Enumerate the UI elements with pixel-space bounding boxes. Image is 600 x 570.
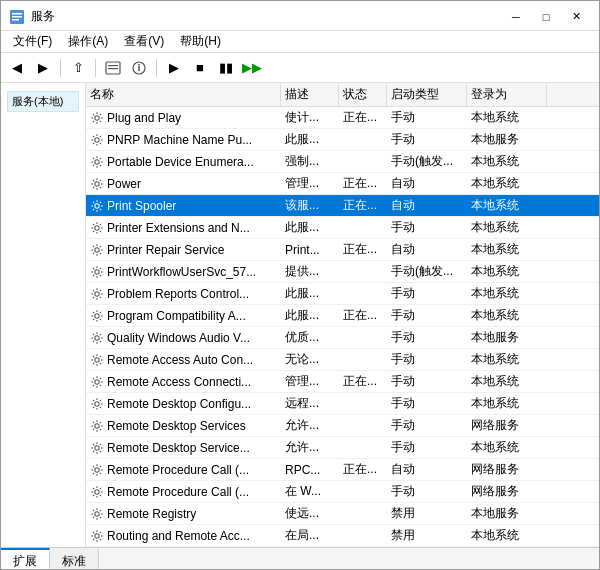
cell-name: Remote Registry [86,503,281,524]
table-row[interactable]: Quality Windows Audio V...优质...手动本地服务 [86,327,599,349]
menu-item-a[interactable]: 操作(A) [60,31,116,52]
menu-item-v[interactable]: 查看(V) [116,31,172,52]
table-row[interactable]: Program Compatibility A...此服...正在...手动本地… [86,305,599,327]
cell-desc: 提供... [281,261,339,282]
table-row[interactable]: Plug and Play使计...正在...手动本地系统 [86,107,599,129]
svg-rect-8 [138,66,140,71]
tab-extend[interactable]: 扩展 [1,548,50,569]
stop-button[interactable]: ■ [188,56,212,80]
toolbar: ◀ ▶ ⇧ ▶ ■ ▮▮ ▶▶ [1,53,599,83]
service-icon [90,353,104,367]
cell-status [339,481,387,502]
menu-item-f[interactable]: 文件(F) [5,31,60,52]
table-row[interactable]: Remote Access Connecti...管理...正在...手动本地系… [86,371,599,393]
sidebar-item-label: 服务(本地) [12,95,63,107]
cell-name: Printer Extensions and N... [86,217,281,238]
title-bar-left: 服务 [9,8,55,25]
table-row[interactable]: Portable Device Enumera...强制...手动(触发...本… [86,151,599,173]
svg-point-11 [95,137,99,141]
play-button[interactable]: ▶ [162,56,186,80]
cell-desc: 此服... [281,217,339,238]
svg-point-16 [95,247,99,251]
menu-bar: 文件(F)操作(A)查看(V)帮助(H) [1,31,599,53]
table-row[interactable]: Printer Extensions and N...此服...手动本地系统 [86,217,599,239]
cell-desc: Print... [281,239,339,260]
svg-rect-2 [12,16,22,18]
service-icon [90,331,104,345]
col-name[interactable]: 名称 [86,83,281,106]
cell-startup: 手动 [387,437,467,458]
cell-startup: 手动(触发... [387,261,467,282]
service-icon [90,133,104,147]
cell-name: PNRP Machine Name Pu... [86,129,281,150]
service-icon [90,485,104,499]
cell-startup: 自动 [387,195,467,216]
restart-button[interactable]: ▶▶ [240,56,264,80]
table-row[interactable]: Power管理...正在...自动本地系统 [86,173,599,195]
cell-name: Remote Desktop Configu... [86,393,281,414]
col-status[interactable]: 状态 [339,83,387,106]
cell-name: Remote Access Connecti... [86,371,281,392]
cell-name: Quality Windows Audio V... [86,327,281,348]
tab-standard[interactable]: 标准 [50,548,99,569]
cell-status [339,393,387,414]
col-startup[interactable]: 启动类型 [387,83,467,106]
cell-name: Remote Desktop Services [86,415,281,436]
service-icon [90,507,104,521]
service-icon [90,309,104,323]
cell-login: 本地系统 [467,107,547,128]
table-area: 名称 描述 状态 启动类型 登录为 Plug and Play使计...正在..… [86,83,599,547]
table-row[interactable]: Problem Reports Control...此服...手动本地系统 [86,283,599,305]
toolbar-separator-1 [60,59,61,77]
cell-login: 网络服务 [467,415,547,436]
cell-login: 本地系统 [467,305,547,326]
table-row[interactable]: Print Spooler该服...正在...自动本地系统 [86,195,599,217]
table-row[interactable]: Printer Repair ServicePrint...正在...自动本地系… [86,239,599,261]
table-row[interactable]: Remote Procedure Call (...RPC...正在...自动网… [86,459,599,481]
cell-desc: 无论... [281,349,339,370]
table-row[interactable]: PrintWorkflowUserSvc_57...提供...手动(触发...本… [86,261,599,283]
back-button[interactable]: ◀ [5,56,29,80]
main-window: 服务 ─ □ ✕ 文件(F)操作(A)查看(V)帮助(H) ◀ ▶ ⇧ ▶ ■ … [0,0,600,570]
cell-login: 本地系统 [467,173,547,194]
table-row[interactable]: Routing and Remote Acc...在局...禁用本地系统 [86,525,599,547]
table-row[interactable]: Remote Desktop Configu...远程...手动本地系统 [86,393,599,415]
table-row[interactable]: Remote Registry使远...禁用本地服务 [86,503,599,525]
service-icon [90,529,104,543]
maximize-button[interactable]: □ [531,7,561,27]
col-desc[interactable]: 描述 [281,83,339,106]
cell-status: 正在... [339,371,387,392]
cell-startup: 手动 [387,393,467,414]
cell-login: 本地系统 [467,283,547,304]
forward-button[interactable]: ▶ [31,56,55,80]
pause-button[interactable]: ▮▮ [214,56,238,80]
table-row[interactable]: Remote Procedure Call (...在 W...手动网络服务 [86,481,599,503]
cell-name: Printer Repair Service [86,239,281,260]
table-row[interactable]: Remote Desktop Service...允许...手动本地系统 [86,437,599,459]
cell-desc: RPC... [281,459,339,480]
properties-button[interactable] [127,56,151,80]
cell-login: 本地服务 [467,503,547,524]
up-button[interactable]: ⇧ [66,56,90,80]
table-header: 名称 描述 状态 启动类型 登录为 [86,83,599,107]
svg-point-21 [95,357,99,361]
col-login[interactable]: 登录为 [467,83,547,106]
svg-point-14 [95,203,99,207]
table-row[interactable]: Remote Access Auto Con...无论...手动本地系统 [86,349,599,371]
menu-item-h[interactable]: 帮助(H) [172,31,229,52]
service-icon [90,419,104,433]
cell-startup: 手动 [387,283,467,304]
sidebar-item-local[interactable]: 服务(本地) [7,91,79,112]
svg-point-28 [95,511,99,515]
table-row[interactable]: PNRP Machine Name Pu...此服...手动本地服务 [86,129,599,151]
show-hide-button[interactable] [101,56,125,80]
cell-desc: 远程... [281,393,339,414]
table-row[interactable]: Remote Desktop Services允许...手动网络服务 [86,415,599,437]
cell-name: Plug and Play [86,107,281,128]
cell-status: 正在... [339,195,387,216]
cell-status [339,415,387,436]
close-button[interactable]: ✕ [561,7,591,27]
svg-point-29 [95,533,99,537]
minimize-button[interactable]: ─ [501,7,531,27]
cell-status: 正在... [339,107,387,128]
